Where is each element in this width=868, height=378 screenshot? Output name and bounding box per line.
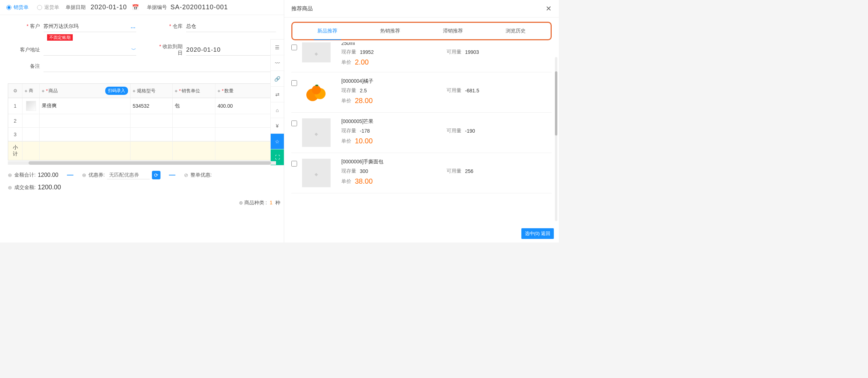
duedate-label: *收款到期日 [158, 44, 186, 56]
col-spec-label: 规格型号 [137, 88, 155, 94]
duedate-value[interactable]: 2020-01-10 [186, 46, 221, 53]
doc-date-label: 单据日期 [66, 4, 86, 11]
kinds-suffix: 种 [275, 200, 280, 205]
item-price: 28.00 [355, 97, 373, 105]
row-product[interactable]: 果倍爽 [40, 98, 131, 114]
product-orange-icon [302, 78, 331, 107]
select-return-button[interactable]: 选中(0) 返回 [521, 228, 554, 239]
total-value: 1200.00 [38, 172, 58, 178]
recommend-title: 推荐商品 [291, 5, 313, 12]
grid-settings-icon[interactable]: ⚙ [8, 84, 22, 98]
close-icon[interactable]: ✕ [546, 4, 552, 13]
item-stock: 19952 [360, 49, 374, 55]
customer-picker-icon[interactable]: … [131, 24, 136, 29]
item-checkbox[interactable] [291, 45, 297, 50]
table-row[interactable]: 1 果倍爽 534532 包 400.00 [8, 98, 276, 114]
sort-icon[interactable]: ◆ [133, 89, 136, 93]
item-checkbox[interactable] [291, 80, 297, 86]
col-pic-label: 商 [29, 88, 33, 94]
currency-icon: ⊛ [8, 172, 12, 178]
row-spec[interactable]: 534532 [131, 98, 173, 114]
item-name: [0000004]橘子 [341, 78, 552, 85]
item-checkbox[interactable] [291, 161, 297, 167]
toolbar-chart-icon[interactable]: 〰 [271, 55, 284, 71]
row-index: 3 [8, 128, 22, 141]
coupon-icon: ⊛ [82, 172, 86, 178]
toolbar-list-icon[interactable]: ☰ [271, 40, 284, 55]
item-name: [0000005]芒果 [341, 118, 552, 125]
product-placeholder-icon: ⬩ [302, 42, 331, 62]
row-index: 2 [8, 114, 22, 127]
tab-slow[interactable]: 滞销推荐 [439, 26, 466, 36]
coupon-input[interactable] [107, 170, 150, 179]
item-checkbox[interactable] [291, 121, 297, 126]
account-period-badge: 不固定账期 [47, 34, 73, 41]
radio-return-label: 退货单 [44, 4, 59, 11]
customer-label: *客户 [8, 23, 44, 30]
customer-value[interactable]: 苏州万达沃尔玛 [44, 23, 78, 30]
row-unit[interactable]: 包 [173, 98, 215, 114]
warehouse-label: *仓库 [158, 23, 186, 30]
radio-sales-order[interactable]: 销货单 [6, 4, 29, 11]
toolbar-currency-icon[interactable]: ¥ [271, 118, 284, 134]
sort-icon[interactable]: ◆ [218, 89, 220, 93]
item-name: [0000006]手撕面包 [341, 159, 552, 165]
col-product-label: 商品 [48, 88, 58, 94]
recommend-item[interactable]: ⬩ [0000006]手撕面包 现存量300 可用量256 单价38.00 [291, 153, 552, 193]
kinds-num: 1 [270, 200, 272, 205]
product-placeholder-icon: ⬩ [302, 118, 331, 147]
radio-return-order[interactable]: 退货单 [37, 4, 59, 11]
svg-point-2 [312, 85, 321, 94]
subtotal-label: 小计 [8, 142, 22, 160]
sort-icon[interactable]: ◆ [42, 89, 45, 93]
refresh-coupon-icon[interactable]: ⟳ [152, 171, 160, 179]
toolbar-link-icon[interactable]: 🔗 [271, 71, 284, 87]
item-stock: 2.5 [360, 88, 367, 93]
tab-history[interactable]: 浏览历史 [502, 26, 529, 36]
doc-number-value: SA-20200110-001 [170, 4, 228, 11]
address-label: 客户地址 [8, 47, 44, 53]
total-label: 金额合计: [14, 172, 36, 178]
recommend-item[interactable]: ⬩ 250ml 现存量19952 可用量19903 单价2.00 [291, 42, 552, 72]
recommend-item[interactable]: ⬩ [0000005]芒果 现存量-178 可用量-190 单价10.00 [291, 113, 552, 153]
coupon-label: 优惠券: [88, 172, 105, 178]
row-qty[interactable]: 400.00 [215, 98, 276, 114]
item-avail: -681.5 [465, 88, 479, 93]
svg-point-3 [315, 85, 318, 86]
horizontal-scrollbar[interactable] [8, 161, 276, 165]
scan-input-chip[interactable]: 扫码录入 [105, 87, 128, 95]
discount-icon: ⊘ [184, 172, 188, 178]
recommend-item[interactable]: [0000004]橘子 现存量2.5 可用量-681.5 单价28.00 [291, 72, 552, 113]
toolbar-swap-icon[interactable]: ⇄ [271, 87, 284, 102]
sort-icon[interactable]: ◆ [175, 89, 178, 93]
tab-new[interactable]: 新品推荐 [314, 26, 341, 36]
table-row[interactable]: 2 [8, 114, 276, 128]
toolbar-star-icon[interactable]: ☆ [271, 134, 284, 149]
item-avail: -190 [465, 128, 475, 134]
item-avail: 19903 [465, 49, 479, 55]
product-placeholder-icon: ⬩ [302, 159, 331, 187]
item-price: 38.00 [355, 177, 373, 185]
product-thumb-icon [26, 101, 36, 111]
col-unit-label: 销售单位 [182, 88, 200, 94]
deal-icon: ⊛ [8, 185, 12, 190]
item-price: 2.00 [355, 58, 369, 66]
doc-date-value[interactable]: 2020-01-10 [91, 4, 127, 11]
vertical-scrollbar[interactable] [555, 57, 557, 221]
doc-number-label: 单据编号 [147, 4, 167, 11]
item-stock: 300 [360, 168, 368, 174]
warehouse-value[interactable]: 总仓 [186, 23, 196, 30]
calendar-icon[interactable]: 📅 [132, 4, 139, 11]
tab-hot[interactable]: 热销推荐 [377, 26, 404, 36]
minus-icon: — [169, 171, 175, 179]
toolbar-receipt-icon[interactable]: ⌂ [271, 102, 284, 118]
minus-icon: — [67, 171, 73, 179]
kinds-icon: ⊙ [239, 200, 243, 205]
col-qty-label: 数量 [224, 88, 234, 94]
sort-icon[interactable]: ◆ [25, 89, 27, 93]
discount-label: 整单优惠: [190, 172, 212, 178]
table-row[interactable]: 3 [8, 128, 276, 141]
address-chevron-icon[interactable]: ﹀ [131, 47, 136, 53]
item-stock: -178 [360, 128, 370, 134]
deal-value: 1200.00 [38, 184, 61, 191]
